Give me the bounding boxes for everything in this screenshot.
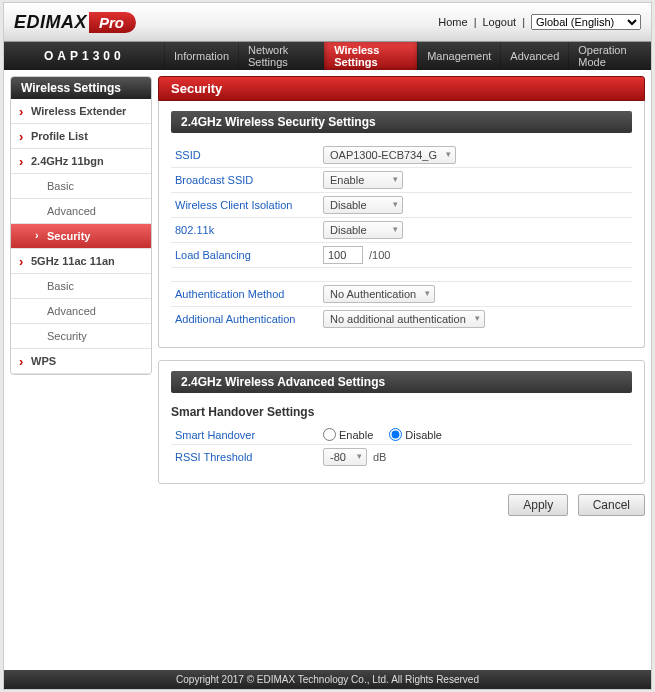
suffix-load-balancing: /100 bbox=[369, 249, 390, 261]
model-label: OAP1300 bbox=[4, 42, 164, 70]
page-title: Security bbox=[158, 76, 645, 101]
label-ssid: SSID bbox=[171, 149, 323, 161]
select-broadcast-ssid[interactable]: Enable bbox=[323, 171, 403, 189]
sidebar-title: Wireless Settings bbox=[11, 77, 151, 99]
footer: Copyright 2017 © EDIMAX Technology Co., … bbox=[4, 670, 651, 689]
brand-name: EDIMAX bbox=[14, 12, 87, 33]
nav-management[interactable]: Management bbox=[417, 42, 500, 70]
row-spacer bbox=[171, 268, 632, 282]
separator: | bbox=[474, 16, 477, 28]
sidebar-item-5-advanced[interactable]: Advanced bbox=[11, 299, 151, 324]
sidebar-item-profile-list[interactable]: Profile List bbox=[11, 124, 151, 149]
row-80211k: 802.11k Disable bbox=[171, 218, 632, 243]
label-load-balancing: Load Balancing bbox=[171, 249, 323, 261]
sidebar-item-24-basic[interactable]: Basic bbox=[11, 174, 151, 199]
nav-wireless-settings[interactable]: Wireless Settings bbox=[324, 42, 417, 70]
subheading-handover: Smart Handover Settings bbox=[171, 403, 632, 425]
separator: | bbox=[522, 16, 525, 28]
sidebar-item-24ghz[interactable]: 2.4GHz 11bgn bbox=[11, 149, 151, 174]
sidebar-item-5-basic[interactable]: Basic bbox=[11, 274, 151, 299]
sidebar-item-5-security[interactable]: Security bbox=[11, 324, 151, 349]
radio-input-enable[interactable] bbox=[323, 428, 336, 441]
logout-link[interactable]: Logout bbox=[482, 16, 516, 28]
select-client-isolation[interactable]: Disable bbox=[323, 196, 403, 214]
apply-button[interactable]: Apply bbox=[508, 494, 568, 516]
row-rssi-threshold: RSSI Threshold -80 dB bbox=[171, 445, 632, 469]
radio-input-disable[interactable] bbox=[389, 428, 402, 441]
row-broadcast-ssid: Broadcast SSID Enable bbox=[171, 168, 632, 193]
sidebar-item-wps[interactable]: WPS bbox=[11, 349, 151, 374]
sidebar-item-24-security[interactable]: Security bbox=[11, 224, 151, 249]
row-ssid: SSID OAP1300-ECB734_G bbox=[171, 143, 632, 168]
sidebar-item-wireless-extender[interactable]: Wireless Extender bbox=[11, 99, 151, 124]
radio-handover-disable[interactable]: Disable bbox=[389, 428, 442, 441]
section-heading-advanced: 2.4GHz Wireless Advanced Settings bbox=[171, 371, 632, 393]
row-auth-method: Authentication Method No Authentication bbox=[171, 282, 632, 307]
label-rssi-threshold: RSSI Threshold bbox=[171, 451, 323, 463]
suffix-rssi: dB bbox=[373, 451, 386, 463]
sidebar-item-24-advanced[interactable]: Advanced bbox=[11, 199, 151, 224]
advanced-panel: 2.4GHz Wireless Advanced Settings Smart … bbox=[158, 360, 645, 484]
radio-handover-enable[interactable]: Enable bbox=[323, 428, 373, 441]
label-broadcast-ssid: Broadcast SSID bbox=[171, 174, 323, 186]
select-ssid[interactable]: OAP1300-ECB734_G bbox=[323, 146, 456, 164]
sidebar-item-5ghz[interactable]: 5GHz 11ac 11an bbox=[11, 249, 151, 274]
label-auth-method: Authentication Method bbox=[171, 288, 323, 300]
header-bar: EDIMAX Pro Home | Logout | Global (Engli… bbox=[4, 3, 651, 42]
nav-information[interactable]: Information bbox=[164, 42, 238, 70]
content-area: Security 2.4GHz Wireless Security Settin… bbox=[158, 76, 645, 516]
cancel-button[interactable]: Cancel bbox=[578, 494, 645, 516]
select-80211k[interactable]: Disable bbox=[323, 221, 403, 239]
row-smart-handover: Smart Handover Enable Disable bbox=[171, 425, 632, 445]
security-panel: 2.4GHz Wireless Security Settings SSID O… bbox=[158, 101, 645, 348]
home-link[interactable]: Home bbox=[438, 16, 467, 28]
select-rssi-threshold[interactable]: -80 bbox=[323, 448, 367, 466]
select-additional-auth[interactable]: No additional authentication bbox=[323, 310, 485, 328]
label-80211k: 802.11k bbox=[171, 224, 323, 236]
action-buttons: Apply Cancel bbox=[158, 494, 645, 516]
header-links: Home | Logout | Global (English) bbox=[438, 14, 641, 30]
language-select[interactable]: Global (English) bbox=[531, 14, 641, 30]
row-load-balancing: Load Balancing /100 bbox=[171, 243, 632, 268]
row-additional-auth: Additional Authentication No additional … bbox=[171, 307, 632, 331]
label-client-isolation: Wireless Client Isolation bbox=[171, 199, 323, 211]
select-auth-method[interactable]: No Authentication bbox=[323, 285, 435, 303]
main-nav: OAP1300 Information Network Settings Wir… bbox=[4, 42, 651, 70]
nav-network-settings[interactable]: Network Settings bbox=[238, 42, 324, 70]
sidebar: Wireless Settings Wireless Extender Prof… bbox=[10, 76, 152, 375]
label-smart-handover: Smart Handover bbox=[171, 429, 323, 441]
row-client-isolation: Wireless Client Isolation Disable bbox=[171, 193, 632, 218]
brand-suffix: Pro bbox=[89, 12, 136, 33]
main-area: Wireless Settings Wireless Extender Prof… bbox=[4, 70, 651, 670]
nav-operation-mode[interactable]: Operation Mode bbox=[568, 42, 651, 70]
input-load-balancing[interactable] bbox=[323, 246, 363, 264]
nav-items: Information Network Settings Wireless Se… bbox=[164, 42, 651, 70]
nav-advanced[interactable]: Advanced bbox=[500, 42, 568, 70]
section-heading-security: 2.4GHz Wireless Security Settings bbox=[171, 111, 632, 133]
brand-logo: EDIMAX Pro bbox=[14, 12, 136, 33]
label-additional-auth: Additional Authentication bbox=[171, 313, 323, 325]
